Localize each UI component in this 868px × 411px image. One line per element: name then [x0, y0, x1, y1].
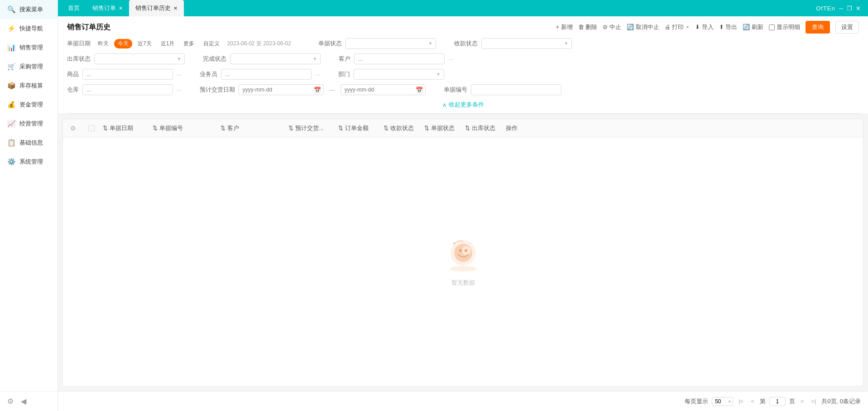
salesman-label: 业务员	[200, 70, 217, 78]
new-button[interactable]: + 新增	[556, 23, 572, 31]
th-delivery2[interactable]: ⇅ 出库状态	[461, 124, 502, 132]
settings-bottom-icon[interactable]: ⚙	[7, 397, 14, 406]
goods-input[interactable]	[82, 69, 173, 80]
import-button[interactable]: ⬇ 导入	[695, 23, 714, 31]
sidebar-item-system[interactable]: ⚙️ 系统管理	[0, 152, 58, 171]
delivery-date-from[interactable]	[239, 84, 324, 95]
prev-page-btn[interactable]: <	[749, 398, 756, 405]
collapse-button[interactable]: ∧ 收起更多条件	[442, 101, 484, 109]
filter-row-2: 出库状态 完成状态	[67, 53, 859, 64]
th-amount[interactable]: ⇅ 订单金额	[335, 124, 380, 132]
th-delivery[interactable]: ⇅ 预计交货...	[285, 124, 335, 132]
filter-delivery-status: 出库状态	[67, 53, 185, 64]
minimize-icon[interactable]: ─	[839, 5, 843, 12]
tab-sales-order-close[interactable]: ✕	[119, 5, 123, 11]
payment-status-select[interactable]	[481, 38, 572, 49]
customer-input[interactable]	[354, 53, 445, 64]
close-window-icon[interactable]: ✕	[856, 5, 861, 12]
bill-status-label: 单据状态	[318, 39, 342, 48]
bill-status-select[interactable]	[345, 38, 436, 49]
bill-no-input[interactable]	[471, 84, 561, 95]
th-delivery-label: ⇅ 预计交货...	[288, 124, 323, 132]
warehouse-input[interactable]	[82, 84, 173, 95]
salesman-input[interactable]	[221, 69, 312, 80]
sidebar-item-capital[interactable]: 💰 资金管理	[0, 95, 58, 114]
delivery-date-to[interactable]	[340, 84, 426, 95]
th-check[interactable]	[85, 125, 99, 131]
tab-sales-order-history-close[interactable]: ✕	[173, 5, 177, 11]
th-no[interactable]: ⇅ 单据编号	[149, 124, 217, 132]
sidebar-item-label: 快捷导航	[19, 24, 43, 33]
tab-home-label: 首页	[68, 4, 80, 12]
bill-no-label: 单据编号	[444, 86, 467, 94]
warehouse-more[interactable]: ···	[177, 87, 182, 93]
completion-status-select[interactable]	[230, 53, 321, 64]
th-settings[interactable]: ⚙	[67, 125, 85, 132]
cancel-stop-button[interactable]: 🔄 取消中止	[627, 23, 659, 31]
tab-sales-order[interactable]: 销售订单 ✕	[86, 0, 129, 16]
stop-button[interactable]: ⊘ 中止	[603, 23, 621, 31]
chip-more[interactable]: 更多	[180, 39, 198, 48]
content: 销售订单历史 + 新增 🗑 删除 ⊘ 中止 🔄 取消中止 �	[58, 16, 868, 411]
delete-button[interactable]: 🗑 删除	[578, 23, 598, 31]
delivery-status-select[interactable]	[94, 53, 185, 64]
department-select[interactable]	[354, 69, 444, 80]
th-action: 操作	[502, 124, 859, 132]
page-title: 销售订单历史	[67, 23, 110, 32]
refresh-button[interactable]: 🔄 刷新	[743, 23, 763, 31]
th-payment-label: ⇅ 收款状态	[384, 124, 414, 132]
goods-more[interactable]: ···	[177, 71, 182, 78]
chip-7days[interactable]: 近7天	[134, 39, 155, 48]
export-button[interactable]: ⬆ 导出	[719, 23, 738, 31]
sidebar-item-sales[interactable]: 📊 销售管理	[0, 38, 58, 57]
delivery-status-label: 出库状态	[67, 55, 91, 63]
last-page-btn[interactable]: >|	[809, 398, 818, 405]
th-payment[interactable]: ⇅ 收款状态	[380, 124, 421, 132]
date-dash: —	[329, 87, 335, 93]
th-bill[interactable]: ⇅ 单据状态	[421, 124, 461, 132]
page-size-select[interactable]: 10 20 50 100	[712, 397, 733, 406]
topbar-brand: OfTEn	[816, 5, 835, 12]
sidebar-item-operations[interactable]: 📈 经营管理	[0, 114, 58, 133]
page-input[interactable]	[769, 397, 786, 406]
th-date[interactable]: ⇅ 单据日期	[99, 124, 149, 132]
restore-icon[interactable]: ❐	[847, 5, 852, 12]
chip-1month[interactable]: 近1月	[157, 39, 178, 48]
sidebar-item-label: 销售管理	[19, 44, 43, 52]
table-area: ⚙ ⇅ 单据日期 ⇅ 单据编号 ⇅ 客户 ⇅ 预计交货...	[62, 119, 863, 387]
empty-state: 暂无数据	[63, 137, 863, 386]
next-page-btn[interactable]: >	[799, 398, 806, 405]
customer-more[interactable]: ···	[448, 56, 453, 63]
sidebar-item-inventory[interactable]: 📦 库存核算	[0, 76, 58, 95]
sidebar-item-quick-nav[interactable]: ⚡ 快捷导航	[0, 19, 58, 38]
refresh-label: 🔄 刷新	[743, 23, 763, 31]
filter-completion-status: 完成状态	[203, 53, 321, 64]
chip-yesterday[interactable]: 昨天	[94, 39, 112, 48]
sidebar-item-basic-info[interactable]: 📋 基础信息	[0, 133, 58, 152]
chip-today[interactable]: 今天	[114, 39, 132, 48]
date-range-display: 2023-06-02 至 2023-06-02	[227, 40, 291, 48]
chip-custom[interactable]: 自定义	[200, 39, 223, 48]
salesman-more[interactable]: ···	[315, 71, 320, 78]
print-button[interactable]: 🖨 打印 ▼	[665, 23, 690, 31]
svg-point-4	[459, 249, 462, 252]
completion-status-label: 完成状态	[203, 55, 226, 63]
table-settings-icon[interactable]: ⚙	[70, 125, 76, 132]
payment-status-select-wrap	[481, 38, 572, 49]
collapse-sidebar-icon[interactable]: ◀	[21, 397, 26, 406]
sidebar-item-purchase[interactable]: 🛒 采购管理	[0, 57, 58, 76]
query-button[interactable]: 查询	[806, 21, 830, 34]
tab-home[interactable]: 首页	[62, 0, 86, 16]
select-all-checkbox[interactable]	[88, 125, 95, 131]
bill-status-select-wrap	[345, 38, 436, 49]
display-cols-checkbox[interactable]	[769, 24, 775, 30]
display-cols-label[interactable]: 显示明细	[769, 23, 800, 31]
sidebar-item-search[interactable]: 🔍 搜索菜单	[0, 0, 58, 19]
bill-date-label: 单据日期	[67, 39, 91, 48]
th-customer[interactable]: ⇅ 客户	[217, 124, 285, 132]
calendar-from-icon: 📅	[314, 87, 321, 93]
settings-button[interactable]: 设置	[835, 21, 859, 34]
tab-sales-order-history[interactable]: 销售订单历史 ✕	[129, 0, 184, 16]
first-page-btn[interactable]: |<	[737, 398, 745, 405]
tab-sales-order-label: 销售订单	[92, 4, 116, 12]
